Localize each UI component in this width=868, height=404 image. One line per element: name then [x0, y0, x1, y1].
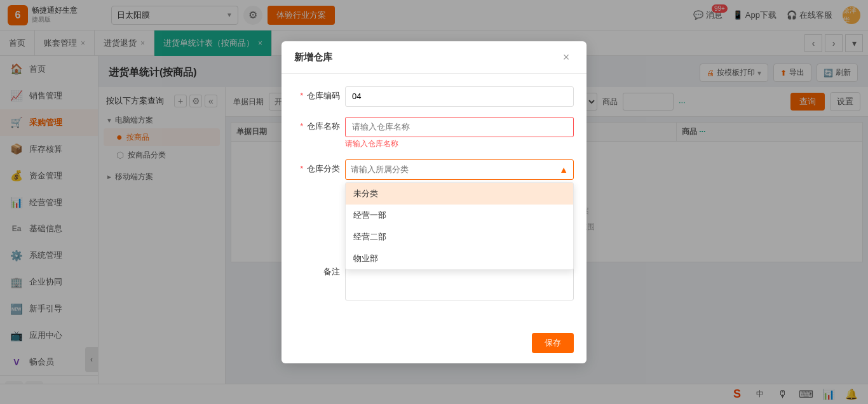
category-dropdown-trigger[interactable]: ▲: [345, 159, 574, 180]
modal-footer: 保存: [281, 325, 587, 363]
code-label: * 仓库编码: [294, 86, 345, 102]
dropdown-item-none[interactable]: 未分类: [346, 183, 573, 205]
category-input[interactable]: [351, 165, 559, 174]
code-input[interactable]: [345, 86, 574, 107]
modal-title: 新增仓库: [294, 51, 332, 64]
save-btn[interactable]: 保存: [532, 333, 574, 353]
modal-close-btn[interactable]: ×: [559, 50, 574, 65]
dropdown-item-biz2[interactable]: 经营二部: [346, 226, 573, 248]
dropdown-item-biz1[interactable]: 经营一部: [346, 205, 573, 226]
name-input[interactable]: [345, 117, 574, 137]
required-star-code: *: [300, 91, 303, 100]
new-warehouse-modal: 新增仓库 × * 仓库编码 * 仓库名称: [281, 41, 587, 363]
name-field: 请输入仓库名称: [345, 117, 574, 149]
category-dropdown-list: 未分类 经营一部 经营二部 物业部: [345, 182, 574, 270]
name-error: 请输入仓库名称: [345, 138, 574, 149]
notes-label: 备注: [294, 262, 345, 278]
dropdown-item-property[interactable]: 物业部: [346, 248, 573, 269]
form-row-category: * 仓库分类 ▲ 未分类 经营一部 经营二部 物业部: [294, 159, 574, 180]
name-label: * 仓库名称: [294, 117, 345, 132]
modal-header: 新增仓库 ×: [281, 41, 587, 74]
code-field: [345, 86, 574, 107]
category-label: * 仓库分类: [294, 159, 345, 175]
form-row-code: * 仓库编码: [294, 86, 574, 107]
category-dropdown-arrow[interactable]: ▲: [559, 165, 568, 175]
required-star-name: *: [300, 121, 303, 131]
modal-overlay: 新增仓库 × * 仓库编码 * 仓库名称: [0, 0, 868, 404]
required-star-category: *: [300, 164, 303, 173]
modal-body: * 仓库编码 * 仓库名称 请输入仓库名称: [281, 74, 587, 325]
form-row-name: * 仓库名称 请输入仓库名称: [294, 117, 574, 149]
category-field: ▲ 未分类 经营一部 经营二部 物业部: [345, 159, 574, 180]
